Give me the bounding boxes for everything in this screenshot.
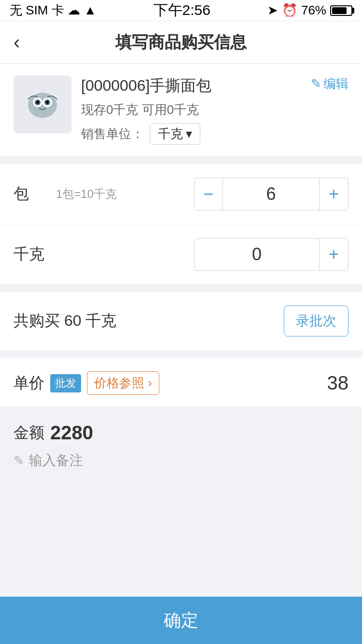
qty-controls-kg: +: [194, 238, 348, 271]
alarm-icon: ⏰: [282, 3, 297, 18]
battery-icon: [330, 5, 352, 16]
status-right: ➤ ⏰ 76%: [267, 3, 352, 18]
pencil-icon: ✎: [14, 453, 24, 468]
quantity-section: 包 1包=10千克 − + 千克 +: [0, 164, 362, 284]
bottom-spacer: [0, 479, 362, 576]
qty-plus-bao[interactable]: +: [320, 178, 348, 210]
price-label: 单价: [14, 373, 44, 394]
page-title: 填写商品购买信息: [115, 31, 247, 54]
price-type-tag: 批发: [50, 374, 81, 392]
unit-select[interactable]: 千克 ▾: [150, 123, 200, 145]
status-bar: 无 SIM 卡 ☁ ▲ 下午2:56 ➤ ⏰ 76%: [0, 0, 362, 21]
amount-value: 2280: [50, 422, 93, 444]
qty-controls-bao: − +: [194, 178, 348, 210]
unit-value: 千克: [158, 126, 183, 142]
svg-point-6: [46, 101, 49, 104]
location-icon: ➤: [267, 3, 278, 18]
battery-percent: 76%: [301, 3, 326, 18]
edit-icon: ✎: [311, 76, 321, 91]
qty-minus-bao[interactable]: −: [194, 178, 223, 210]
sim-status: 无 SIM 卡 ☁: [10, 2, 80, 19]
product-logo: [23, 85, 62, 124]
note-label: 输入备注: [29, 451, 83, 470]
qty-label-bao: 包: [14, 183, 52, 205]
product-name: [0000006]手撕面包: [81, 75, 211, 97]
summary-qty: 60: [64, 312, 82, 329]
qty-input-bao[interactable]: [223, 178, 320, 210]
product-card: [0000006]手撕面包 ✎ 编辑 现存0千克 可用0千克 销售单位： 千克 …: [0, 64, 362, 156]
quantity-row-bao: 包 1包=10千克 − +: [0, 164, 362, 224]
qty-sublabel-bao: 1包=10千克: [56, 186, 117, 202]
qty-label-kg: 千克: [14, 244, 52, 265]
product-stock: 现存0千克 可用0千克: [81, 101, 348, 118]
amount-section: 金额 2280 ✎ 输入备注: [0, 408, 362, 479]
unit-label: 销售单位：: [81, 126, 144, 142]
status-left: 无 SIM 卡 ☁ ▲: [10, 2, 97, 19]
confirm-button[interactable]: 确定: [0, 597, 362, 644]
quantity-row-kg: 千克 +: [0, 224, 362, 284]
amount-row: 金额 2280: [14, 422, 348, 444]
nav-bar: ‹ 填写商品购买信息: [0, 21, 362, 64]
product-unit-row: 销售单位： 千克 ▾: [81, 123, 348, 145]
summary-row: 共购买 60 千克 录批次: [0, 292, 362, 350]
price-ref-button[interactable]: 价格参照 ›: [87, 371, 159, 395]
edit-button[interactable]: ✎ 编辑: [311, 75, 348, 92]
back-button[interactable]: ‹: [14, 31, 20, 53]
product-image: [14, 75, 71, 133]
status-time: 下午2:56: [153, 0, 210, 20]
qty-plus-kg[interactable]: +: [320, 238, 348, 271]
wifi-icon: ▲: [84, 3, 97, 18]
record-batch-button[interactable]: 录批次: [284, 306, 348, 336]
price-section: 单价 批发 价格参照 › 38: [0, 358, 362, 406]
price-row: 单价 批发 价格参照 › 38: [14, 371, 348, 395]
dropdown-icon: ▾: [186, 126, 192, 141]
amount-label: 金额: [14, 422, 44, 444]
summary-text: 共购买 60 千克: [14, 310, 116, 332]
content: [0000006]手撕面包 ✎ 编辑 现存0千克 可用0千克 销售单位： 千克 …: [0, 64, 362, 576]
qty-input-kg[interactable]: [194, 238, 320, 271]
note-row[interactable]: ✎ 输入备注: [14, 451, 348, 470]
product-info: [0000006]手撕面包 ✎ 编辑 现存0千克 可用0千克 销售单位： 千克 …: [81, 75, 348, 145]
svg-point-5: [36, 101, 39, 104]
price-value: 38: [327, 372, 349, 394]
